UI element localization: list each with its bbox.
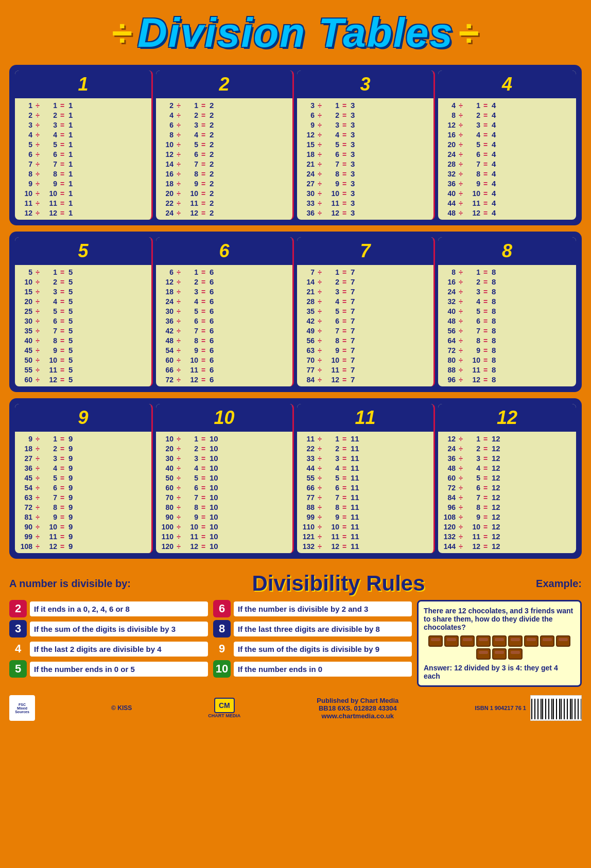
result: 4 xyxy=(491,140,505,149)
isbn-text: ISBN 1 904217 76 1 xyxy=(475,705,526,711)
result: 2 xyxy=(208,179,223,188)
div-rules-right: 6If the number is divisible by 2 and 38I… xyxy=(213,600,412,687)
equals-op: = xyxy=(480,366,491,374)
dividend: 96 xyxy=(441,376,456,384)
table-row: 60 ÷ 10 = 6 xyxy=(159,355,289,365)
table-row: 32 ÷ 8 = 4 xyxy=(441,169,573,179)
equals-op: = xyxy=(339,189,350,198)
table-row: 36 ÷ 9 = 4 xyxy=(441,179,573,188)
rule-row-2: 2If it ends in a 0, 2, 4, 6 or 8 xyxy=(9,600,208,617)
rule-text: If the sum of the digits is divisible by… xyxy=(234,642,412,657)
table-row: 16 ÷ 8 = 2 xyxy=(159,169,289,179)
dividend: 88 xyxy=(300,503,315,511)
example-box: There are 12 chocolates, and 3 friends w… xyxy=(417,600,582,687)
table-row: 88 ÷ 11 = 8 xyxy=(441,365,573,375)
page-header: ÷ Division Tables ÷ xyxy=(0,0,591,62)
result: 7 xyxy=(350,375,364,384)
table-row: 42 ÷ 6 = 7 xyxy=(300,316,430,326)
table-number: 8 xyxy=(502,240,512,261)
table-row: 108 ÷ 12 = 9 xyxy=(18,541,148,551)
divide-op: ÷ xyxy=(456,317,466,325)
result: 9 xyxy=(67,522,82,531)
table-row: 90 ÷ 10 = 9 xyxy=(18,522,148,532)
table-row: 42 ÷ 7 = 6 xyxy=(159,326,289,335)
table-number: 11 xyxy=(355,407,375,428)
result: 9 xyxy=(67,473,82,482)
chocolate-piece xyxy=(508,635,523,647)
dividend: 32 xyxy=(441,297,456,306)
divide-op: ÷ xyxy=(173,484,184,492)
example-text: There are 12 chocolates, and 3 friends w… xyxy=(424,607,575,631)
barcode-image xyxy=(530,695,582,721)
table-row: 5 ÷ 5 = 1 xyxy=(18,139,148,149)
divide-op: ÷ xyxy=(315,336,325,345)
result: 3 xyxy=(350,120,364,129)
barcode-line xyxy=(570,699,571,719)
result: 3 xyxy=(350,179,364,188)
divisor: 1 xyxy=(325,268,339,276)
equals-op: = xyxy=(339,327,350,335)
result: 4 xyxy=(491,120,505,129)
table-row: 6 ÷ 3 = 2 xyxy=(159,120,289,130)
result: 4 xyxy=(491,199,505,207)
divide-op: ÷ xyxy=(315,140,325,149)
dividend: 8 xyxy=(441,111,456,119)
equals-op: = xyxy=(198,307,208,315)
equals-op: = xyxy=(480,533,491,541)
dividend: 24 xyxy=(159,297,173,306)
header-symbol-left: ÷ xyxy=(112,12,133,54)
table-header-8: 8 xyxy=(438,237,576,265)
divisor: 11 xyxy=(325,199,339,207)
divisor: 11 xyxy=(184,366,198,374)
divide-op: ÷ xyxy=(32,121,43,129)
result: 12 xyxy=(491,493,505,502)
dividend: 30 xyxy=(159,454,173,463)
result: 12 xyxy=(491,532,505,541)
divide-op: ÷ xyxy=(32,160,43,168)
equals-op: = xyxy=(339,111,350,119)
kiss-label: © KISS xyxy=(111,704,132,712)
table-row: 84 ÷ 12 = 7 xyxy=(300,375,430,384)
rule-number-badge: 6 xyxy=(213,600,231,617)
equals-op: = xyxy=(198,170,208,178)
table-row: 20 ÷ 2 = 10 xyxy=(159,444,289,453)
table-header-9: 9 xyxy=(15,404,151,432)
equals-op: = xyxy=(57,484,67,492)
dividend: 90 xyxy=(159,513,173,521)
result: 3 xyxy=(350,208,364,217)
divisor: 5 xyxy=(184,140,198,149)
rule-number-badge: 9 xyxy=(213,640,231,658)
result: 5 xyxy=(67,307,82,315)
equals-op: = xyxy=(480,356,491,364)
result: 1 xyxy=(67,179,82,188)
divisor: 9 xyxy=(43,180,57,188)
divisor: 1 xyxy=(466,435,480,443)
table-row: 99 ÷ 11 = 9 xyxy=(18,532,148,541)
equals-op: = xyxy=(480,121,491,129)
table-row: 80 ÷ 10 = 8 xyxy=(441,355,573,365)
divide-op: ÷ xyxy=(173,297,184,306)
equals-op: = xyxy=(480,307,491,315)
divide-op: ÷ xyxy=(32,503,43,511)
barcode-line xyxy=(559,699,560,719)
result: 8 xyxy=(491,316,505,325)
equals-op: = xyxy=(339,533,350,541)
equals-op: = xyxy=(57,140,67,149)
equals-op: = xyxy=(198,101,208,110)
dividend: 32 xyxy=(441,170,456,178)
table-row: 54 ÷ 6 = 9 xyxy=(18,483,148,492)
dividend: 18 xyxy=(159,288,173,296)
dividend: 9 xyxy=(18,180,32,188)
equals-op: = xyxy=(57,199,67,207)
divisor: 7 xyxy=(43,160,57,168)
equals-op: = xyxy=(198,180,208,188)
table-row: 10 ÷ 5 = 2 xyxy=(159,139,289,149)
divide-op: ÷ xyxy=(456,121,466,129)
divisor: 5 xyxy=(466,140,480,149)
divisor: 11 xyxy=(466,533,480,541)
equals-op: = xyxy=(339,484,350,492)
divisor: 6 xyxy=(325,317,339,325)
rule-row-9: 9If the sum of the digits is divisible b… xyxy=(213,640,412,658)
divisor: 2 xyxy=(184,111,198,119)
result: 5 xyxy=(67,326,82,335)
